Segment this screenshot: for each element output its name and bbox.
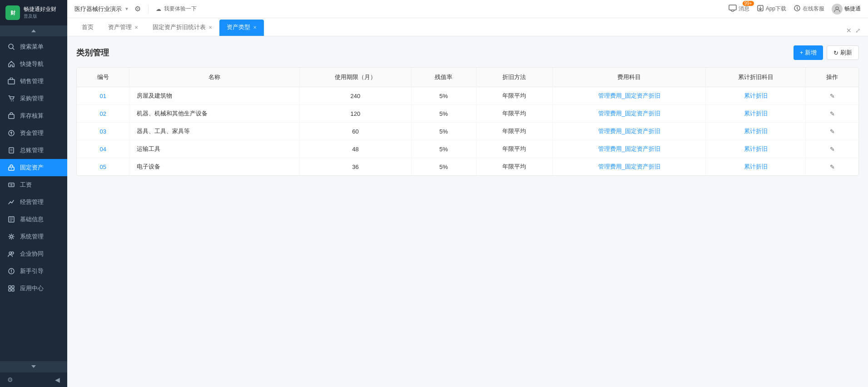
cell-method-0: 年限平均	[476, 87, 552, 105]
svg-line-1	[13, 48, 14, 50]
sidebar-item-inventory[interactable]: 库存核算	[0, 107, 67, 124]
cell-op-0[interactable]: ✎	[806, 87, 858, 105]
cell-residual-3: 5%	[411, 140, 476, 158]
app-title: 畅捷通好业财	[24, 6, 56, 13]
tab-depreciation-close[interactable]: ✕	[208, 25, 212, 30]
sidebar-item-guide[interactable]: 新手引导	[0, 263, 67, 280]
online-service-btn[interactable]: 在线客服	[794, 5, 824, 13]
cell-name-0: 房屋及建筑物	[129, 87, 300, 105]
cell-expense-0: 管理费用_固定资产折旧	[553, 87, 706, 105]
cell-name-1: 机器、机械和其他生产设备	[129, 105, 300, 123]
cell-residual-1: 5%	[411, 105, 476, 123]
cell-op-4[interactable]: ✎	[806, 158, 858, 176]
fixed-assets-icon	[7, 164, 15, 172]
edit-icon-3[interactable]: ✎	[830, 146, 835, 153]
cell-period-3: 48	[300, 140, 412, 158]
svg-point-24	[836, 7, 838, 10]
tab-asset-type-close[interactable]: ✕	[253, 25, 257, 30]
sidebar-item-system-label: 系统管理	[20, 233, 44, 241]
cell-period-1: 120	[300, 105, 412, 123]
svg-rect-7	[9, 148, 14, 153]
experience-label: 我要体验一下	[164, 5, 197, 13]
sidebar-item-app-center[interactable]: 应用中心	[0, 280, 67, 297]
sidebar-item-basics[interactable]: 基础信息	[0, 211, 67, 228]
cell-op-3[interactable]: ✎	[806, 140, 858, 158]
operations-icon	[7, 198, 15, 206]
online-service-label: 在线客服	[803, 5, 824, 13]
sidebar-item-purchase[interactable]: 采购管理	[0, 90, 67, 107]
sidebar-item-finance[interactable]: 资金管理	[0, 124, 67, 142]
sidebar-item-fixed-assets[interactable]: 固定资产	[0, 159, 67, 176]
category-table: 编号 名称 使用期限（月） 残值率 折旧方法 费用科目 累计折旧科目 操作 01…	[77, 68, 858, 175]
window-minimize-btn[interactable]: ✕	[846, 27, 852, 34]
messages-btn[interactable]: 消息 99+	[729, 5, 749, 13]
message-icon	[729, 5, 737, 13]
sidebar-collapse-btn[interactable]: ◀	[55, 376, 60, 383]
sidebar-scroll-down[interactable]	[0, 361, 67, 372]
cell-expense-4: 管理费用_固定资产折旧	[553, 158, 706, 176]
module-name: 医疗器械行业演示	[74, 5, 122, 13]
sidebar-item-quick-nav[interactable]: 快捷导航	[0, 55, 67, 73]
refresh-btn[interactable]: ↻ 刷新	[827, 45, 859, 60]
main-area: 医疗器械行业演示 ▼ ⚙ ☁ 我要体验一下 消息 99+	[67, 0, 868, 387]
cell-accum-2: 累计折旧	[706, 123, 806, 140]
cell-op-1[interactable]: ✎	[806, 105, 858, 123]
topbar-settings-btn[interactable]: ⚙	[134, 5, 141, 13]
messages-badge: 99+	[743, 1, 754, 6]
sidebar-item-search[interactable]: 搜索菜单	[0, 38, 67, 55]
svg-point-16	[11, 272, 12, 273]
svg-rect-18	[12, 286, 14, 288]
edit-icon-2[interactable]: ✎	[830, 128, 835, 135]
sidebar-item-payroll[interactable]: 工资	[0, 176, 67, 194]
sidebar-scroll-up[interactable]	[0, 25, 67, 36]
tab-home[interactable]: 首页	[74, 20, 101, 36]
home-icon	[7, 60, 15, 68]
table-row: 05 电子设备 36 5% 年限平均 管理费用_固定资产折旧 累计折旧 ✎	[77, 158, 858, 176]
tab-depreciation[interactable]: 固定资产折旧统计表 ✕	[145, 20, 219, 36]
sidebar-item-sales[interactable]: 销售管理	[0, 73, 67, 90]
edit-icon-1[interactable]: ✎	[830, 110, 835, 117]
cell-op-2[interactable]: ✎	[806, 123, 858, 140]
col-header-name: 名称	[129, 68, 300, 87]
content-area: 类别管理 + 新增 ↻ 刷新 编号 名称 使用期限（月） 残值率	[67, 36, 868, 387]
experience-btn[interactable]: ☁ 我要体验一下	[156, 5, 197, 13]
col-header-code: 编号	[77, 68, 129, 87]
app-download-btn[interactable]: App下载	[757, 5, 786, 13]
tab-asset-mgmt-label: 资产管理	[108, 23, 132, 31]
app-subtitle: 普及版	[24, 13, 56, 20]
cell-accum-1: 累计折旧	[706, 105, 806, 123]
sidebar-item-cooperation[interactable]: 企业协同	[0, 245, 67, 263]
tab-asset-mgmt-close[interactable]: ✕	[134, 25, 138, 30]
cell-accum-0: 累计折旧	[706, 87, 806, 105]
cell-expense-1: 管理费用_固定资产折旧	[553, 105, 706, 123]
basics-icon	[7, 215, 15, 223]
svg-rect-2	[8, 79, 15, 84]
refresh-icon: ↻	[833, 50, 838, 56]
data-table: 编号 名称 使用期限（月） 残值率 折旧方法 费用科目 累计折旧科目 操作 01…	[76, 67, 859, 176]
sidebar-item-operations[interactable]: 经营管理	[0, 194, 67, 211]
edit-icon-4[interactable]: ✎	[830, 164, 835, 170]
edit-icon-0[interactable]: ✎	[830, 93, 835, 99]
sidebar-item-purchase-label: 采购管理	[20, 94, 44, 103]
tab-depreciation-label: 固定资产折旧统计表	[153, 23, 206, 31]
ledger-icon	[7, 146, 15, 154]
window-maximize-btn[interactable]: ⤢	[855, 27, 861, 34]
col-header-period: 使用期限（月）	[300, 68, 412, 87]
sidebar-settings-btn[interactable]: ⚙	[7, 376, 13, 383]
tab-asset-mgmt[interactable]: 资产管理 ✕	[101, 20, 145, 36]
cell-residual-2: 5%	[411, 123, 476, 140]
payroll-icon	[7, 181, 15, 189]
app-download-icon	[757, 5, 764, 13]
module-selector[interactable]: 医疗器械行业演示 ▼	[74, 5, 129, 13]
new-btn[interactable]: + 新增	[794, 45, 823, 60]
sidebar-item-operations-label: 经营管理	[20, 198, 44, 206]
table-row: 03 器具、工具、家具等 60 5% 年限平均 管理费用_固定资产折旧 累计折旧…	[77, 123, 858, 140]
cell-residual-4: 5%	[411, 158, 476, 176]
sidebar-item-ledger[interactable]: 总账管理	[0, 142, 67, 159]
sidebar-item-system[interactable]: 系统管理	[0, 228, 67, 245]
tab-asset-type[interactable]: 资产类型 ✕	[219, 20, 264, 36]
user-profile[interactable]: 畅捷通	[832, 4, 861, 15]
guide-icon	[7, 267, 15, 275]
svg-point-3	[11, 100, 12, 101]
experience-icon: ☁	[156, 6, 161, 12]
